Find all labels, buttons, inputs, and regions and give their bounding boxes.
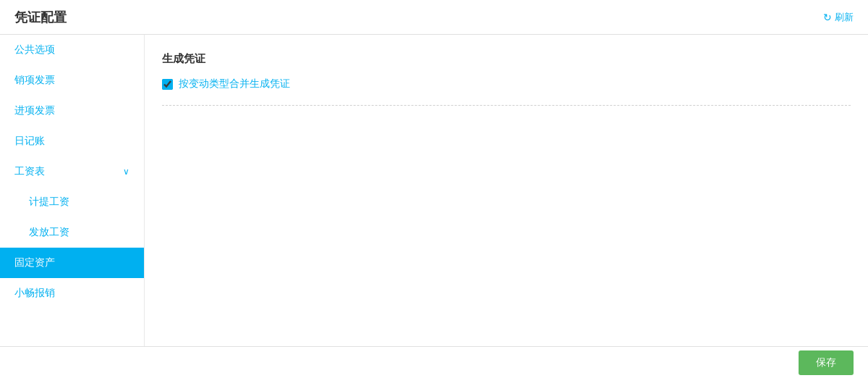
sidebar-item-payroll-calc[interactable]: 计提工资 <box>0 187 144 217</box>
footer: 保存 <box>0 346 868 378</box>
sidebar-item-label: 日记账 <box>14 135 45 148</box>
sidebar: 公共选项 销项发票 进项发票 日记账 工资表 ∨ 计提工资 发放工资 固定资产 … <box>0 35 145 346</box>
content-area: 生成凭证 按变动类型合并生成凭证 <box>145 35 868 346</box>
checkbox-row: 按变动类型合并生成凭证 <box>162 77 851 91</box>
merge-by-type-checkbox[interactable] <box>162 79 173 90</box>
refresh-label: 刷新 <box>835 11 854 24</box>
sidebar-item-public-options[interactable]: 公共选项 <box>0 35 144 65</box>
sidebar-item-label: 发放工资 <box>29 226 69 239</box>
sidebar-item-label: 计提工资 <box>29 196 69 209</box>
checkbox-label[interactable]: 按变动类型合并生成凭证 <box>179 77 290 91</box>
chevron-down-icon: ∨ <box>123 167 129 177</box>
sidebar-item-payroll-table[interactable]: 工资表 ∨ <box>0 156 144 187</box>
sidebar-item-payroll-pay[interactable]: 发放工资 <box>0 217 144 248</box>
section-divider <box>162 105 851 106</box>
sidebar-item-sales-invoice[interactable]: 销项发票 <box>0 65 144 96</box>
sidebar-item-expense-reimbursement[interactable]: 小畅报销 <box>0 278 144 308</box>
sidebar-item-label: 公共选项 <box>14 43 55 56</box>
sidebar-item-label: 销项发票 <box>14 74 55 87</box>
main-layout: 公共选项 销项发票 进项发票 日记账 工资表 ∨ 计提工资 发放工资 固定资产 … <box>0 35 868 346</box>
header: 凭证配置 ↻ 刷新 <box>0 0 868 35</box>
sidebar-item-label: 小畅报销 <box>14 287 55 300</box>
page-title: 凭证配置 <box>14 9 67 26</box>
sidebar-item-label: 工资表 <box>14 165 45 178</box>
save-button[interactable]: 保存 <box>799 350 854 375</box>
sidebar-item-label: 进项发票 <box>14 104 55 117</box>
refresh-icon: ↻ <box>823 12 832 23</box>
section-title: 生成凭证 <box>162 52 851 66</box>
sidebar-item-label: 固定资产 <box>14 256 55 269</box>
sidebar-item-fixed-assets[interactable]: 固定资产 <box>0 248 144 278</box>
sidebar-item-journal[interactable]: 日记账 <box>0 126 144 156</box>
refresh-button[interactable]: ↻ 刷新 <box>823 11 854 24</box>
sidebar-item-purchase-invoice[interactable]: 进项发票 <box>0 96 144 126</box>
